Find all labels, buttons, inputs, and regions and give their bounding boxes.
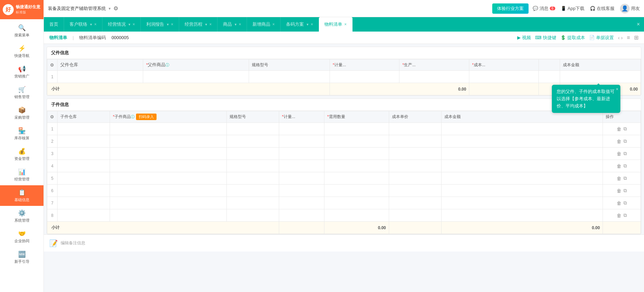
child-goods-cell[interactable] [110,197,226,209]
child-goods-cell[interactable] [110,209,226,222]
prev-arrow-icon[interactable]: ‹ [618,35,620,40]
copy-icon[interactable]: ⧉ [623,175,627,181]
sidebar-item-operation[interactable]: 📊 经营管理 [0,165,44,185]
tab-profit[interactable]: 利润报告 ▾ × [141,17,179,32]
settings-action[interactable]: 📄 单据设置 [589,35,614,41]
child-goods-cell[interactable] [110,148,226,160]
sidebar-item-purchase[interactable]: 📦 采购管理 [0,103,44,124]
delete-icon[interactable]: 🗑 [617,188,621,194]
sidebar-item-search[interactable]: 🔍 搜索菜单 [0,21,44,41]
sidebar-item-inventory[interactable]: 🏪 库存核算 [0,124,44,144]
sidebar-item-enterprise[interactable]: 🤝 企业协同 [0,226,44,247]
copy-icon[interactable]: ⧉ [623,138,627,144]
delete-icon[interactable]: 🗑 [617,200,621,206]
grid-view-icon[interactable]: ⊞ [634,34,639,41]
child-goods-cell[interactable] [110,160,226,172]
th-gear[interactable]: ⚙ [47,59,58,71]
child-qty-cell[interactable] [324,172,389,185]
copy-icon[interactable]: ⧉ [623,163,627,169]
tab-home[interactable]: 首页 [44,17,64,32]
close-tab-icon[interactable]: × [171,22,173,27]
child-qty-cell[interactable] [324,197,389,209]
scan-button[interactable]: 扫码录入 [136,114,157,120]
close-tab-icon[interactable]: × [133,22,135,27]
parent-goods-cell[interactable] [143,71,249,83]
copy-icon[interactable]: ⧉ [623,200,627,206]
child-unit-cell[interactable] [279,209,324,222]
trial-button[interactable]: 体验行业方案 [492,3,529,14]
child-qty-cell[interactable] [324,135,389,148]
child-unit-cell[interactable] [279,160,324,172]
tab-goods[interactable]: 商品 ▾ × [218,17,247,32]
tooltip-close-icon[interactable]: × [616,86,618,93]
list-view-icon[interactable]: ≡ [627,35,630,41]
online-service-button[interactable]: 🎧 在线客服 [590,5,615,12]
close-tab-icon[interactable]: × [239,22,241,27]
dropdown-arrow-icon[interactable]: ▾ [109,6,111,11]
parent-cost-cell[interactable] [469,71,538,83]
delete-icon[interactable]: 🗑 [617,126,621,132]
child-warehouse-cell[interactable] [58,148,110,160]
child-qty-cell[interactable] [324,209,389,222]
child-unit-cell[interactable] [279,135,324,148]
child-unit-cell[interactable] [279,197,324,209]
video-action[interactable]: ▶ 视频 [517,35,531,41]
parent-produce-cell[interactable] [399,71,469,83]
child-qty-cell[interactable] [324,123,389,135]
close-tab-icon[interactable]: × [272,22,275,27]
child-goods-cell[interactable] [110,135,226,148]
close-tab-icon[interactable]: × [94,22,97,27]
child-unit-cell[interactable] [279,185,324,197]
sidebar-item-system[interactable]: ⚙️ 系统管理 [0,206,44,226]
message-button[interactable]: 💬 消息 6 [533,5,555,12]
parent-warehouse-cell[interactable] [58,71,143,83]
tab-bom[interactable]: 物料清单 × [319,17,352,32]
child-qty-cell[interactable] [324,148,389,160]
shortcut-action[interactable]: ⌨ 快捷键 [535,35,556,41]
copy-icon[interactable]: ⧉ [623,126,627,132]
tab-customer[interactable]: 客户联络 ▾ × [64,17,102,32]
parent-unit-cell[interactable] [330,71,399,83]
child-unit-cell[interactable] [279,148,324,160]
child-unit-cell[interactable] [279,172,324,185]
child-goods-cell[interactable] [110,172,226,185]
app-download-button[interactable]: 📱 App下载 [561,5,584,12]
close-tab-icon[interactable]: × [311,22,313,27]
user-menu[interactable]: 👤 用友 [620,4,640,13]
child-warehouse-cell[interactable] [58,185,110,197]
copy-icon[interactable]: ⧉ [623,188,627,194]
close-tab-icon[interactable]: × [209,22,212,27]
child-qty-cell[interactable] [324,185,389,197]
child-warehouse-cell[interactable] [58,197,110,209]
delete-icon[interactable]: 🗑 [617,163,621,169]
child-warehouse-cell[interactable] [58,172,110,185]
cost-action[interactable]: 💲 提取成本 [560,35,585,41]
tab-history[interactable]: 经营历程 ▾ × [179,17,218,32]
child-warehouse-cell[interactable] [58,135,110,148]
delete-icon[interactable]: 🗑 [617,139,621,144]
tab-barcode[interactable]: 条码方案 ▾ × [281,17,319,32]
close-tab-icon[interactable]: × [344,22,347,27]
child-unit-cell[interactable] [279,123,324,135]
sidebar-item-marketing[interactable]: 📢 营销推广 [0,62,44,82]
child-goods-cell[interactable] [110,123,226,135]
tab-add-goods[interactable]: 新增商品 × [247,17,281,32]
sidebar-item-sales[interactable]: 🛒 销售管理 [0,82,44,103]
copy-icon[interactable]: ⧉ [623,151,627,156]
delete-icon[interactable]: 🗑 [617,213,621,218]
th-child-gear[interactable]: ⚙ [47,111,58,123]
sidebar-item-quick-nav[interactable]: ⚡ 快捷导航 [0,41,44,62]
child-warehouse-cell[interactable] [58,123,110,135]
copy-icon[interactable]: ⧉ [623,212,627,218]
child-goods-cell[interactable] [110,185,226,197]
tab-operation-status[interactable]: 经营情况 ▾ × [102,17,141,32]
sidebar-item-guide[interactable]: 🆕 新手引导 [0,247,44,268]
sidebar-item-finance[interactable]: 💰 资金管理 [0,144,44,165]
settings-icon[interactable]: ⚙ [113,5,118,12]
child-warehouse-cell[interactable] [58,160,110,172]
child-qty-cell[interactable] [324,160,389,172]
close-all-tabs-icon[interactable]: × [633,17,644,32]
child-warehouse-cell[interactable] [58,209,110,222]
delete-icon[interactable]: 🗑 [617,151,621,156]
next-arrow-icon[interactable]: › [621,35,623,40]
